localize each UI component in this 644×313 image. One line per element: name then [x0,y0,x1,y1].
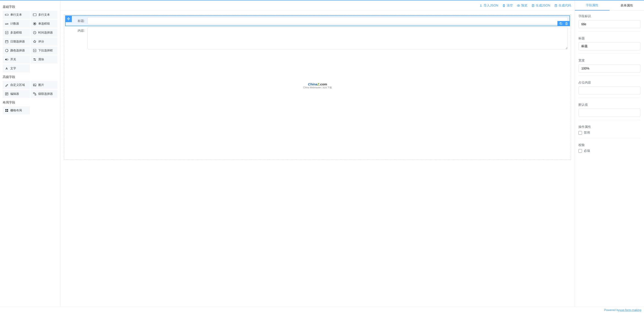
svg-text:123: 123 [5,23,8,25]
component-label: 日期选择器 [10,39,25,44]
prop-label-placeholder: 占位内容 [578,81,640,85]
component-color[interactable]: 颜色选择器 [3,46,30,54]
toolbar: 导入JSON 清空 预览 生成JSON 生成代码 [60,0,575,11]
move-icon [67,17,70,20]
required-checkbox[interactable] [578,149,582,153]
prop-label-action: 操作属性 [578,125,640,129]
svg-point-20 [35,60,35,61]
import-json-button[interactable]: 导入JSON [479,3,498,7]
component-label: 文字 [10,66,16,70]
form-field-title[interactable]: 标题: [66,16,570,26]
watermark: ChinaZ.com China Webmaster | 站长下载 [303,82,332,89]
component-label: 开关 [10,57,16,61]
content-textarea[interactable] [88,27,568,49]
color-icon [5,49,8,52]
calendar-icon [5,40,8,43]
preview-button[interactable]: 预览 [517,3,528,7]
custom-icon [5,83,8,87]
section-title-basic: 基础字段 [3,3,58,11]
cascader-icon [33,92,36,96]
editor-icon [5,92,8,96]
field-id-input[interactable] [578,20,640,28]
input-icon [5,13,8,16]
svg-rect-42 [560,23,562,25]
form-field-content[interactable]: 内容: [66,26,570,51]
prop-label-field-id: 字段标识 [578,14,640,18]
radio-icon [33,22,36,25]
slider-icon [33,58,36,61]
component-label: 编辑器 [10,92,19,96]
svg-point-34 [518,5,519,6]
component-select[interactable]: 下拉选择框 [31,46,58,54]
component-label: 颜色选择器 [10,48,25,52]
tab-form-properties[interactable]: 表单属性 [610,0,644,10]
component-label: 图片 [38,83,44,87]
copy-icon[interactable] [559,22,562,25]
component-radio[interactable]: 单选框组 [31,20,58,28]
tab-field-properties[interactable]: 字段属性 [575,0,610,10]
component-label: 栅格布局 [10,108,22,112]
svg-rect-32 [5,111,6,112]
component-label: 滑块 [38,57,44,61]
title-input[interactable] [88,17,568,24]
checkbox-icon [5,31,8,34]
svg-text:A: A [6,67,8,70]
component-slider[interactable]: 滑块 [31,55,58,63]
svg-point-16 [6,59,6,60]
component-label: 下拉选择框 [38,48,53,52]
component-custom[interactable]: 自定义区域 [3,81,30,89]
svg-point-19 [34,58,34,59]
component-grid[interactable]: 栅格布局 [3,106,30,114]
default-input[interactable] [578,109,640,117]
component-label: 评分 [38,39,44,44]
footer: Powered by vue-form-making [0,307,644,313]
svg-rect-33 [7,111,8,112]
svg-rect-30 [5,109,6,110]
title-prop-input[interactable] [578,42,640,50]
component-rate[interactable]: 评分 [31,37,58,46]
image-icon [33,83,36,87]
required-checkbox-wrap[interactable]: 必填 [578,149,640,153]
drag-handle[interactable] [65,15,72,22]
component-label: 单选框组 [38,22,50,26]
component-label: 多选框组 [10,31,22,35]
component-text[interactable]: A文字 [3,64,30,72]
component-label: 多行文本 [38,13,50,17]
disabled-checkbox-wrap[interactable]: 禁用 [578,131,640,135]
generate-json-button[interactable]: 生成JSON [532,3,550,7]
textarea-icon [33,13,36,16]
svg-rect-14 [33,49,36,52]
component-number[interactable]: 123计数器 [3,20,30,28]
vue-form-making-link[interactable]: vue-form-making [620,308,641,312]
component-label: 级联选择器 [38,92,53,96]
prop-label-title: 标题 [578,36,640,40]
svg-rect-2 [33,14,36,16]
svg-rect-9 [5,40,8,43]
component-label: 时间选择器 [38,31,53,35]
section-title-advanced: 高级字段 [3,73,58,81]
generate-code-button[interactable]: 生成代码 [554,3,571,7]
component-time[interactable]: 时间选择器 [31,29,58,37]
prop-label-validate: 校验 [578,143,640,147]
clear-button[interactable]: 清空 [502,3,513,7]
component-input[interactable]: 单行文本 [3,11,30,19]
number-icon: 123 [5,22,8,25]
disabled-checkbox[interactable] [578,131,582,135]
component-label: 自定义区域 [10,83,25,87]
component-date[interactable]: 日期选择器 [3,37,30,46]
component-switch[interactable]: 开关 [3,55,30,63]
component-textarea[interactable]: 多行文本 [31,11,58,19]
text-icon: A [5,67,8,70]
component-cascader[interactable]: 级联选择器 [31,90,58,98]
component-checkbox[interactable]: 多选框组 [3,29,30,37]
width-input[interactable] [578,64,640,72]
delete-icon[interactable] [565,22,568,25]
form-canvas[interactable]: 标题: 内容: ChinaZ.com China We [64,14,571,160]
component-image[interactable]: 图片 [31,81,58,89]
placeholder-input[interactable] [578,86,640,95]
component-editor[interactable]: 编辑器 [3,90,30,98]
select-icon [33,49,36,52]
svg-rect-29 [35,94,36,95]
powered-by-text: Powered by [604,308,620,312]
svg-rect-7 [5,31,8,34]
